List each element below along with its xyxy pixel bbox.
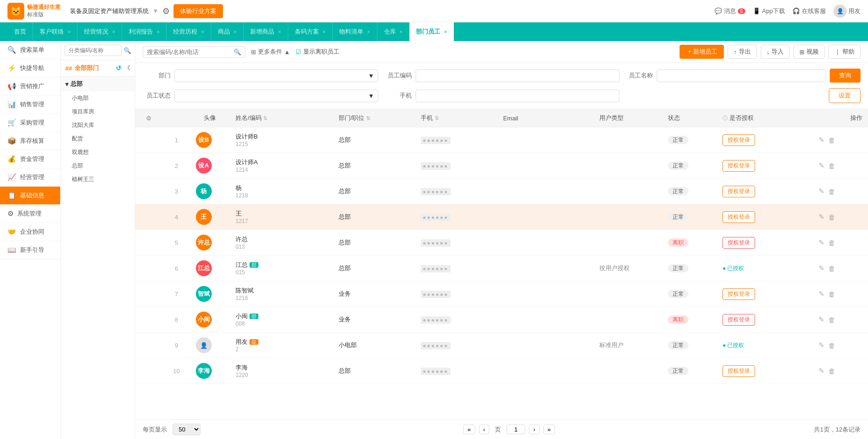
- refresh-icon[interactable]: ↺: [116, 64, 121, 72]
- nav-tab-close[interactable]: ×: [157, 29, 160, 35]
- search-input[interactable]: [147, 49, 231, 56]
- edit-icon[interactable]: ✎: [819, 367, 825, 375]
- trial-button[interactable]: 体验行业方案: [174, 4, 223, 18]
- messages-button[interactable]: 💬 消息 5: [715, 7, 745, 15]
- row-settings[interactable]: [135, 127, 163, 153]
- edit-icon[interactable]: ✎: [819, 315, 825, 324]
- delete-icon[interactable]: 🗑: [828, 316, 835, 324]
- dept-item-0-3[interactable]: 配货: [61, 132, 135, 146]
- delete-icon[interactable]: 🗑: [828, 188, 835, 195]
- dept-item-0-2[interactable]: 沈阳大库: [61, 118, 135, 132]
- delete-icon[interactable]: 🗑: [828, 290, 835, 298]
- dept-search-input[interactable]: [64, 45, 122, 56]
- auth-button[interactable]: 授权登录: [722, 134, 755, 146]
- row-settings[interactable]: [135, 307, 163, 333]
- row-settings[interactable]: [135, 256, 163, 281]
- page-size-select[interactable]: 50 100 200: [173, 424, 201, 435]
- auth-button[interactable]: 授权登录: [722, 314, 755, 326]
- nav-tab-3[interactable]: 利润报告×: [122, 22, 167, 41]
- dept-item-0-0[interactable]: 小电部: [61, 91, 135, 105]
- sidebar-item-5[interactable]: 📦 库存核算: [0, 132, 60, 150]
- prev-page-button[interactable]: ‹: [479, 425, 489, 434]
- edit-icon[interactable]: ✎: [819, 238, 825, 247]
- settings-icon[interactable]: ⚙: [162, 6, 170, 16]
- nav-tab-6[interactable]: 新增商品×: [243, 22, 288, 41]
- col-phone-header[interactable]: 手机 ⇅: [415, 109, 498, 127]
- nav-tab-close[interactable]: ×: [323, 29, 326, 35]
- nav-tab-9[interactable]: 仓库×: [377, 22, 410, 41]
- edit-icon[interactable]: ✎: [819, 290, 825, 298]
- nav-tab-close[interactable]: ×: [367, 29, 370, 35]
- col-dept-header[interactable]: 部门/职位 ⇅: [333, 109, 416, 127]
- nav-tab-0[interactable]: 首页: [7, 22, 33, 41]
- nav-tab-1[interactable]: 客户联络×: [33, 22, 77, 41]
- search-button[interactable]: 查询: [830, 69, 861, 83]
- nav-tab-close[interactable]: ×: [400, 29, 403, 35]
- empcode-input[interactable]: [416, 70, 619, 82]
- dept-item-0-4[interactable]: 双鹿想: [61, 146, 135, 159]
- delete-icon[interactable]: 🗑: [828, 136, 835, 144]
- dept-select[interactable]: ▼: [174, 70, 378, 82]
- nav-tab-7[interactable]: 条码方案×: [288, 22, 333, 41]
- row-settings[interactable]: [135, 281, 163, 307]
- help-button[interactable]: ｜ 帮助: [828, 45, 861, 59]
- delete-icon[interactable]: 🗑: [828, 162, 835, 170]
- auth-button[interactable]: 授权登录: [722, 237, 755, 249]
- auth-button[interactable]: 授权登录: [722, 365, 755, 377]
- sidebar-item-10[interactable]: 🤝 企业协同: [0, 223, 60, 241]
- sidebar-item-8[interactable]: 📋 基础信息: [0, 187, 60, 205]
- sidebar-item-1[interactable]: ⚡ 快捷导航: [0, 59, 60, 77]
- user-menu[interactable]: 👤 用友: [833, 5, 861, 18]
- sidebar-item-0[interactable]: 🔍 搜索菜单: [0, 41, 60, 59]
- auth-button[interactable]: 授权登录: [722, 160, 755, 172]
- edit-icon[interactable]: ✎: [819, 341, 825, 349]
- auth-button[interactable]: 授权登录: [722, 288, 755, 300]
- edit-icon[interactable]: ✎: [819, 213, 825, 221]
- add-employee-button[interactable]: + 新增员工: [680, 45, 724, 59]
- sidebar-item-11[interactable]: 📖 新手引导: [0, 241, 60, 259]
- sidebar-item-6[interactable]: 💰 资金管理: [0, 150, 60, 168]
- nav-tab-10[interactable]: 部门员工×: [410, 22, 454, 41]
- sidebar-item-3[interactable]: 📊 销售管理: [0, 96, 60, 114]
- edit-icon[interactable]: ✎: [819, 161, 825, 170]
- next-page-button[interactable]: ›: [529, 425, 539, 434]
- edit-icon[interactable]: ✎: [819, 187, 825, 195]
- dept-item-0-1[interactable]: 项目库房: [61, 105, 135, 118]
- import-button[interactable]: ↓ 导入: [761, 45, 790, 59]
- nav-tab-2[interactable]: 经营情况×: [77, 22, 122, 41]
- auth-button[interactable]: 授权登录: [722, 211, 755, 223]
- nav-tab-5[interactable]: 商品×: [211, 22, 243, 41]
- row-settings[interactable]: [135, 153, 163, 179]
- dept-item-0-6[interactable]: 植树王三: [61, 173, 135, 186]
- nav-tab-4[interactable]: 经营历程×: [167, 22, 211, 41]
- setting-button[interactable]: 设置: [829, 88, 861, 103]
- dropdown-icon[interactable]: ▼: [153, 7, 159, 14]
- more-conditions-button[interactable]: ⊞ 更多条件 ▲: [251, 48, 290, 56]
- empname-input[interactable]: [657, 70, 826, 82]
- online-service-button[interactable]: 🎧 在线客服: [792, 7, 826, 15]
- row-settings[interactable]: [135, 333, 163, 358]
- row-settings[interactable]: [135, 358, 163, 384]
- dept-group-title-0[interactable]: ▾ 总部: [61, 77, 135, 91]
- delete-icon[interactable]: 🗑: [828, 213, 835, 221]
- sidebar-item-7[interactable]: 📈 经营管理: [0, 168, 60, 187]
- show-resigned-toggle[interactable]: ☑ 显示离职员工: [296, 48, 340, 56]
- delete-icon[interactable]: 🗑: [828, 341, 835, 349]
- last-page-button[interactable]: »: [543, 425, 555, 434]
- app-download-button[interactable]: 📱 App下载: [753, 7, 785, 15]
- nav-tab-8[interactable]: 物料清单×: [333, 22, 377, 41]
- nav-tab-close[interactable]: ×: [201, 29, 204, 35]
- col-name-header[interactable]: 姓名/编码 ⇅: [230, 109, 333, 127]
- row-settings[interactable]: [135, 179, 163, 204]
- delete-icon[interactable]: 🗑: [828, 265, 835, 272]
- collapse-icon[interactable]: 《: [124, 64, 130, 72]
- nav-tab-close[interactable]: ×: [444, 29, 447, 35]
- status-select[interactable]: ▼: [174, 90, 378, 102]
- page-number-input[interactable]: [507, 425, 525, 434]
- views-button[interactable]: ⊞ 视频: [793, 45, 825, 59]
- delete-icon[interactable]: 🗑: [828, 239, 835, 247]
- nav-tab-close[interactable]: ×: [234, 29, 236, 35]
- dept-item-0-5[interactable]: 总部: [61, 159, 135, 173]
- first-page-button[interactable]: «: [463, 425, 475, 434]
- sidebar-item-4[interactable]: 🛒 采购管理: [0, 114, 60, 132]
